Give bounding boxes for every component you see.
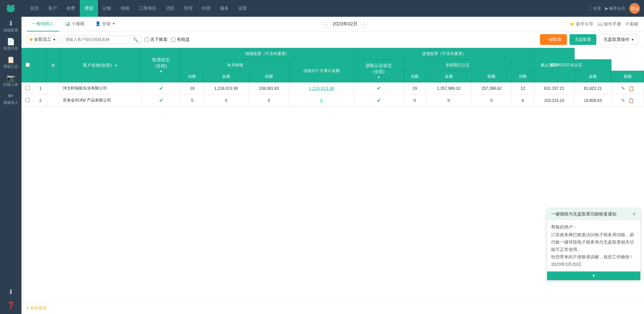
edit-icon[interactable]: ✎ [621, 98, 625, 103]
row-checkbox[interactable] [22, 82, 34, 95]
row-gear [47, 82, 59, 95]
notification-close-button[interactable]: ✕ [632, 211, 636, 217]
period-navigation: ‹ 2023年02月 › [322, 20, 369, 28]
account-filter[interactable]: 名下账套 [145, 37, 168, 43]
nav-settings[interactable]: 设置 [233, 0, 252, 17]
manual-button[interactable]: 📖 操作手册 [597, 21, 621, 27]
nav-service[interactable]: 服务 [215, 0, 233, 17]
row-uncertified-amount: 153,215.10 [534, 95, 574, 107]
customer-filter-icon[interactable]: ▼ [114, 64, 118, 67]
th-certified-count: 份数 [404, 71, 426, 82]
nav-customer[interactable]: 客户 [44, 0, 62, 17]
th-uncertified-tax: 税额 [611, 71, 644, 82]
filter-bar: 全部员工 ▼ 🔍 名下账套 有税盘 一键取票 无盘取票 无盘取票操作 ▼ [21, 32, 644, 48]
th-certified-amount: 金额 [426, 71, 471, 82]
th-cumulative-12: 连续12个月累计金额 [289, 60, 354, 82]
nav-operation[interactable]: 经营 [197, 0, 215, 17]
sidebar-item-scan-upload[interactable]: 📷 扫描上传 [0, 71, 21, 89]
row-certified-status: ✔ [354, 95, 404, 107]
no-disk-actions-button[interactable]: 无盘取票操作 ▼ [599, 34, 639, 45]
row-certified-count: 0 [404, 95, 426, 107]
sidebar-item-invoice-summary[interactable]: 📋 票据汇总 [0, 53, 21, 71]
nav-message[interactable]: 消息 [161, 0, 179, 17]
scan-upload-icon: 📷 [7, 74, 15, 81]
sidebar-item-data-entry[interactable]: ✏ 票据录入 [0, 89, 21, 107]
tax-disk-label: 有税盘 [177, 37, 190, 43]
nav-home[interactable]: 首页 [25, 0, 44, 17]
next-period-button[interactable]: › [360, 20, 368, 28]
employee-select[interactable]: 全部员工 ▼ [27, 35, 59, 44]
edit-icon[interactable]: ✎ [621, 86, 625, 91]
row-checkbox[interactable] [22, 95, 34, 107]
row-certified-tax: 0 [471, 95, 512, 107]
tax-policy-link[interactable]: 税务政策 [31, 305, 47, 311]
sidebar-bottom: ⬇ ❓ [0, 285, 21, 314]
row-uncertified-amount: 631,337.21 [534, 82, 574, 95]
th-uncertified-count: 份数 [512, 71, 534, 82]
new-guide-button[interactable]: ⭐ 新手引导 [570, 21, 593, 27]
sidebar-item-help[interactable]: ❓ [0, 299, 21, 311]
tax-disk-filter[interactable]: 有税盘 [171, 37, 190, 43]
sidebar-item-smart-fetch[interactable]: ⬇ 智能取票 [0, 17, 21, 35]
nav-collection[interactable]: 收费 [62, 0, 80, 17]
fullscreen-button[interactable]: ⛶ 全屏 [588, 6, 601, 11]
row-uncertified-tax: 81,822.21 [574, 82, 611, 95]
one-click-fetch-button[interactable]: 一键取票 [540, 34, 567, 45]
table-body: 1 河北柯瑞桩实业有限公司 ✔ 18 1,216,013.99 158,081.… [22, 82, 644, 107]
th-customer-name: 客户名称(全部) ▼ [59, 48, 142, 82]
tab-small-scale[interactable]: 📊 小规模 [59, 17, 90, 32]
row-uncertified-count: 12 [512, 82, 534, 95]
star-icon: ⭐ [570, 21, 575, 26]
avatar[interactable]: tEa [629, 3, 640, 14]
prev-period-button[interactable]: ‹ [322, 20, 330, 28]
refresh-button[interactable]: ↺ 刷新 [625, 21, 639, 27]
th-certified-status: 获取认证状态 (全部) ▼ [354, 60, 404, 82]
employee-label: 全部员工 [34, 37, 51, 43]
row-certified-status: ✔ [354, 82, 404, 95]
sidebar-item-label-summary: 票据汇总 [3, 64, 18, 69]
member-button[interactable]: ▶ 畅享会员 [605, 6, 625, 11]
tab-general-taxpayer[interactable]: 一般纳税人 [27, 17, 59, 32]
certified-status-filter-icon[interactable]: ▼ [377, 75, 380, 79]
search-box: 🔍 [62, 36, 141, 44]
employee-dropdown-icon: ▼ [53, 38, 56, 42]
no-disk-actions-label: 无盘取票操作 [603, 37, 630, 43]
no-disk-fetch-button[interactable]: 无盘取票 [570, 34, 596, 45]
smart-fetch-icon: ⬇ [8, 20, 14, 27]
nav-bookkeeping[interactable]: 记账 [98, 0, 116, 17]
row-customer: 河北柯瑞桩实业有限公司 [59, 82, 142, 95]
search-button[interactable]: 🔍 [130, 36, 141, 44]
nav-management[interactable]: 管理 [179, 0, 197, 17]
sidebar-item-download[interactable]: ⬇ [0, 285, 21, 297]
th-sales-tax: 税额 [249, 71, 289, 82]
th-checkbox [22, 48, 34, 82]
th-deadline-uncertified: 截止2023年03月未认证 [512, 60, 611, 71]
copy-icon[interactable]: 📋 [628, 98, 634, 103]
filter-right-buttons: 一键取票 无盘取票 无盘取票操作 ▼ [540, 34, 639, 45]
tab-all[interactable]: 👤 全能 ▼ [90, 17, 121, 32]
fullscreen-icon: ⛶ [588, 6, 592, 11]
nav-invoice[interactable]: 票据 [80, 0, 98, 17]
copy-icon[interactable]: 📋 [628, 86, 634, 91]
tabs-bar: 一般纳税人 📊 小规模 👤 全能 ▼ ‹ 2023年02月 › ⭐ 新手引导 [21, 17, 644, 32]
notification-scroll-button[interactable]: ▼ [547, 271, 640, 280]
book-icon: 📖 [597, 21, 603, 26]
tabs-right-actions: ⭐ 新手引导 📖 操作手册 ↺ 刷新 [570, 21, 639, 27]
row-num: 2 [34, 95, 47, 107]
period-text: 2023年02月 [333, 21, 358, 27]
nav-business[interactable]: 工商项目 [134, 0, 161, 17]
select-all-checkbox[interactable] [25, 63, 30, 67]
th-gear: ⚙ [47, 48, 59, 82]
account-checkbox[interactable] [145, 38, 149, 42]
fetch-status-filter-icon[interactable]: ▼ [160, 70, 163, 73]
row-sales-tax: 158,081.83 [249, 82, 289, 95]
row-fetch-status: ✔ [141, 82, 181, 95]
data-entry-icon: ✏ [8, 92, 14, 99]
sidebar-item-label-entry: 票据录入 [3, 100, 18, 105]
sidebar-item-issue-invoice[interactable]: 📄 发票开具 [0, 35, 21, 53]
row-cumulative: 0 [289, 95, 354, 107]
search-input[interactable] [63, 36, 130, 43]
tab-all-arrow-icon: ▼ [112, 22, 115, 25]
nav-tax[interactable]: 报税 [116, 0, 134, 17]
tax-disk-checkbox[interactable] [171, 38, 175, 42]
